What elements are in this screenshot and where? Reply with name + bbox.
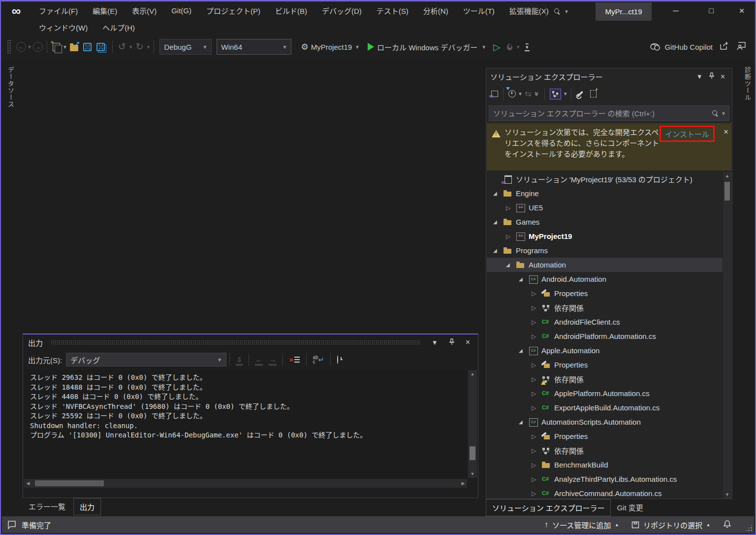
filter-dropdown[interactable]: ▼ [518,91,523,97]
menu-item[interactable]: ファイル(F) [32,5,85,16]
tree-item[interactable]: ▷MyProject19 [487,229,723,243]
menu-item[interactable]: ビルド(B) [268,5,315,16]
menu-item[interactable]: ツール(T) [456,5,502,16]
tree-item[interactable]: ソリューション 'MyProject19' (53/53 のプロジェクト) [487,172,723,186]
scrollbar-thumb[interactable] [470,446,475,460]
collapsed-arrow-icon[interactable]: ▷ [530,304,542,311]
sync-dropdown[interactable]: ▼ [563,91,568,97]
word-wrap-button[interactable]: abc↵ [313,355,324,364]
github-copilot-button[interactable]: GitHub Copilot [650,42,713,51]
clear-all-button[interactable]: × [289,356,300,364]
toolbar-overflow-button[interactable]: ▪▪▼ [525,42,530,51]
undo-dropdown[interactable]: ▼ [128,44,133,50]
resize-grip[interactable] [745,524,753,532]
redo-button[interactable]: ↻ [136,42,144,51]
scrollbar-thumb[interactable] [35,480,104,486]
menu-item[interactable]: プロジェクト(P) [199,5,268,16]
close-button[interactable]: × [727,1,756,20]
menu-item[interactable]: ヘルプ(H) [95,22,142,33]
window-position-dropdown[interactable]: ▼ [429,339,441,346]
output-vertical-scrollbar[interactable]: ▲ ▼ [468,370,477,478]
tree-item[interactable]: ▷Properties [487,429,723,443]
expanded-arrow-icon[interactable]: ◢ [517,419,529,425]
tree-item[interactable]: ◢Engine [487,186,723,201]
show-all-files-button[interactable] [590,90,597,98]
solution-explorer-header[interactable]: ソリューション エクスプローラー ▼ × [486,68,732,85]
tree-item[interactable]: ▷AndroidFileClient.cs [487,315,723,329]
tree-item[interactable]: ▷UE5 [487,201,723,215]
scrollbar-thumb[interactable] [724,182,730,201]
save-all-button[interactable] [96,43,107,51]
tree-item[interactable]: ▷BenchmarkBuild [487,458,723,472]
tree-item[interactable]: ▷AnalyzeThirdPartyLibs.Automation.cs [487,472,723,486]
hot-reload-dropdown[interactable]: ▼ [516,44,521,50]
debug-target-button[interactable]: ローカル Windows デバッガー [377,42,477,52]
tree-item[interactable]: ▷依存関係 [487,301,723,315]
tree-item[interactable]: ▷ApplePlatform.Automation.cs [487,386,723,401]
menu-item[interactable]: デバッグ(D) [315,5,369,16]
undo-button[interactable]: ↺ [118,42,126,51]
install-link[interactable]: インストール [665,130,709,138]
tree-vertical-scrollbar[interactable]: ▲ ▼ [723,172,731,499]
hot-reload-button[interactable] [506,42,513,51]
tree-item[interactable]: ▷ExportAppleBuild.Automation.cs [487,401,723,415]
redo-dropdown[interactable]: ▼ [146,44,151,50]
feedback-bubble-icon[interactable] [7,520,17,530]
tree-item[interactable]: ◢Automation [487,258,723,272]
search-options-dropdown[interactable]: ▼ [721,111,726,116]
startup-project-dropdown[interactable]: ▼ [355,44,360,50]
previous-message-button[interactable]: ← [255,356,262,364]
bottom-panel-tab[interactable]: エラー一覧 [23,498,71,514]
scroll-up-icon[interactable]: ▲ [468,371,477,376]
collapsed-arrow-icon[interactable]: ▷ [530,404,542,411]
navigate-back-button[interactable]: ← [16,42,26,52]
timestamp-button[interactable] [337,356,338,364]
start-without-debug-icon[interactable]: ▷ [493,41,501,53]
goto-message-button[interactable]: ⇩ [236,356,242,364]
scroll-right-icon[interactable]: ▶ [460,481,466,486]
tree-item[interactable]: ▷AndroidPlatform.Automation.cs [487,329,723,343]
tree-item[interactable]: ◢Programs [487,243,723,258]
solution-explorer-tab[interactable]: Git 変更 [611,499,649,515]
debug-target-dropdown[interactable]: ▼ [481,44,486,50]
collapsed-arrow-icon[interactable]: ▷ [530,362,542,368]
collapsed-arrow-icon[interactable]: ▷ [530,433,542,440]
expanded-arrow-icon[interactable]: ◢ [492,219,504,225]
collapsed-arrow-icon[interactable]: ▷ [530,390,542,397]
data-sources-side-tab[interactable]: データソース [6,67,15,108]
tree-item[interactable]: ◢Apple.Automation [487,343,723,358]
collapsed-arrow-icon[interactable]: ▷ [504,204,516,211]
tree-item[interactable]: ▷依存関係 [487,443,723,458]
toolbar-grip[interactable] [7,39,11,54]
collapsed-arrow-icon[interactable]: ▷ [530,476,542,483]
new-project-button[interactable] [53,43,60,51]
collapsed-arrow-icon[interactable]: ▷ [530,333,542,340]
diagnostics-side-tab[interactable]: 診断ツール [743,67,752,101]
tree-item[interactable]: ▷Properties [487,286,723,301]
pin-button[interactable] [446,338,458,347]
collapsed-arrow-icon[interactable]: ▷ [504,233,516,240]
collapsed-arrow-icon[interactable]: ▷ [530,462,542,468]
banner-close-button[interactable]: × [724,127,728,137]
menu-item[interactable]: 表示(V) [125,5,164,16]
switch-views-button[interactable] [491,91,498,97]
collapse-all-button[interactable]: » [535,90,539,98]
share-button[interactable] [720,41,729,52]
window-position-dropdown[interactable]: ▼ [693,73,706,80]
minimize-button[interactable]: ─ [662,1,690,20]
sync-button[interactable]: ⇆ [525,89,531,99]
feedback-button[interactable] [736,41,746,52]
collapsed-arrow-icon[interactable]: ▷ [530,490,542,497]
tree-item[interactable]: ▷依存関係 [487,372,723,386]
close-panel-button[interactable]: × [463,338,473,347]
select-repository-button[interactable]: リポジトリの選択 ▲ [631,520,710,530]
expanded-arrow-icon[interactable]: ◢ [492,191,504,196]
maximize-button[interactable]: □ [697,1,725,20]
navigate-forward-button[interactable]: → [33,42,43,52]
bottom-panel-tab[interactable]: 出力 [73,498,101,515]
collapsed-arrow-icon[interactable]: ▷ [530,376,542,383]
properties-button[interactable] [576,93,586,95]
menu-item[interactable]: ウィンドウ(W) [32,22,95,33]
menu-item[interactable]: 分析(N) [416,5,456,16]
save-button[interactable] [83,43,92,51]
